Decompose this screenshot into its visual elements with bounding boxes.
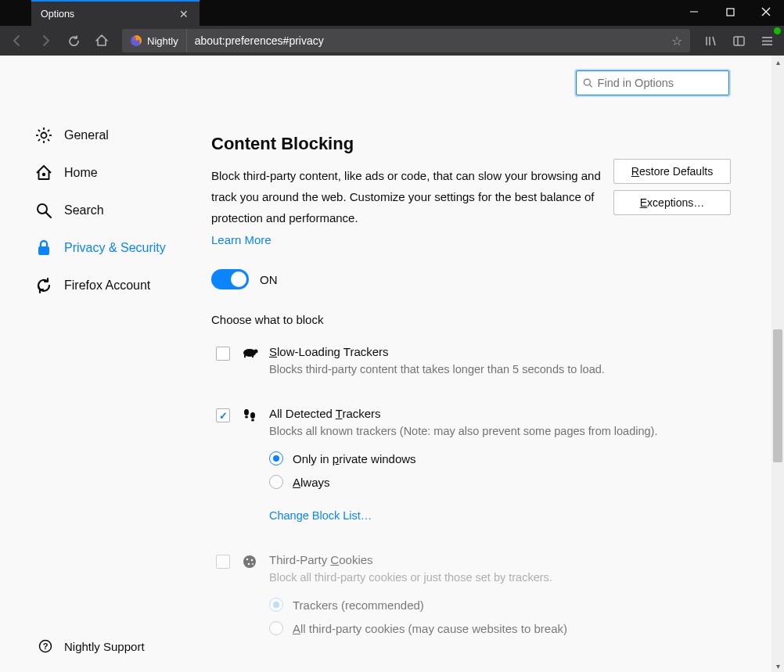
svg-point-31 (254, 350, 258, 354)
radio-private-windows[interactable]: Only in private windows (269, 451, 731, 465)
radio-always[interactable]: Always (269, 475, 731, 489)
radio-input[interactable] (269, 451, 283, 465)
section-description: Block third-party content, like ads or c… (211, 165, 602, 228)
url-text: about:preferences#privacy (187, 34, 664, 47)
sidebar-item-firefox-account[interactable]: Firefox Account (34, 267, 191, 304)
content-blocking-toggle[interactable] (211, 269, 249, 289)
scroll-up-icon[interactable]: ▴ (771, 56, 784, 68)
reload-button[interactable] (61, 29, 86, 52)
sidebar-item-home[interactable]: Home (34, 154, 191, 192)
svg-point-15 (41, 133, 47, 138)
sidebar-item-privacy[interactable]: Privacy & Security (34, 229, 191, 267)
window-maximize-button[interactable] (712, 0, 748, 23)
svg-line-22 (38, 139, 40, 141)
window-minimize-button[interactable] (676, 0, 712, 23)
svg-line-20 (38, 130, 40, 131)
svg-point-25 (38, 204, 47, 214)
home-button[interactable] (89, 29, 114, 52)
scroll-thumb[interactable] (773, 329, 782, 462)
svg-text:?: ? (43, 641, 49, 651)
all-detected-checkbox[interactable] (216, 408, 230, 422)
sidebar-item-label: Home (64, 166, 98, 180)
svg-point-36 (250, 412, 255, 419)
lock-icon (34, 239, 53, 257)
cookie-icon (241, 554, 258, 635)
forward-button[interactable] (33, 29, 58, 52)
app-menu-button[interactable] (754, 29, 779, 52)
svg-point-42 (252, 563, 254, 565)
toggle-knob (231, 271, 246, 287)
change-block-list-link[interactable]: Change Block List… (269, 509, 731, 522)
radio-label: Only in private windows (293, 452, 416, 465)
radio-input[interactable] (269, 475, 283, 489)
sidebar-item-search[interactable]: Search (34, 192, 191, 229)
svg-line-7 (713, 37, 715, 45)
turtle-icon (241, 346, 258, 376)
bookmark-star-icon[interactable]: ☆ (664, 34, 690, 49)
svg-point-41 (248, 563, 250, 566)
identity-box[interactable]: Nightly (122, 29, 187, 52)
option-title: Third-Party Cookies (269, 553, 731, 566)
sidebar-item-label: Privacy & Security (64, 241, 166, 255)
option-third-party-cookies: Third-Party Cookies Block all third-part… (211, 544, 731, 635)
window-titlebar: Options ✕ (0, 0, 784, 26)
search-icon (583, 77, 593, 88)
option-description: Blocks all known trackers (Note: may als… (269, 425, 731, 437)
sidebar-item-label: General (64, 128, 109, 142)
sidebar-item-label: Search (64, 203, 104, 217)
url-bar[interactable]: Nightly about:preferences#privacy ☆ (122, 29, 690, 52)
svg-rect-33 (252, 355, 254, 358)
svg-point-35 (245, 416, 248, 419)
question-icon: ? (38, 639, 53, 653)
slow-loading-checkbox[interactable] (216, 347, 230, 361)
option-title: Slow-Loading Trackers (269, 345, 731, 358)
svg-rect-8 (734, 37, 744, 45)
choose-label: Choose what to block (211, 313, 731, 326)
scrollbar[interactable]: ▴ ▾ (771, 56, 784, 672)
search-input-container[interactable] (576, 70, 729, 95)
sidebar-item-label: Firefox Account (64, 279, 150, 293)
brand-label: Nightly (147, 35, 178, 47)
exceptions-button[interactable]: Exceptions… (613, 190, 731, 215)
sidebar-button[interactable] (726, 29, 751, 52)
option-description: Block all third-party cookies or just th… (269, 571, 731, 584)
radio-label: All third-party cookies (may cause websi… (293, 622, 567, 635)
sidebar-item-general[interactable]: General (34, 117, 191, 154)
library-button[interactable] (698, 29, 723, 52)
firefox-logo-icon (130, 34, 142, 47)
svg-point-13 (584, 79, 590, 85)
back-button[interactable] (5, 29, 30, 52)
update-badge-icon (774, 27, 781, 34)
tab-close-icon[interactable]: ✕ (178, 8, 190, 20)
scroll-down-icon[interactable]: ▾ (771, 659, 784, 672)
content-blocking-section: Restore Defaults Exceptions… Content Blo… (211, 134, 731, 635)
radio-cookies-all: All third-party cookies (may cause websi… (269, 621, 731, 635)
restore-defaults-button[interactable]: Restore Defaults (613, 159, 731, 184)
svg-rect-27 (38, 246, 49, 255)
window-controls (676, 0, 784, 23)
svg-point-24 (42, 173, 45, 176)
learn-more-link[interactable]: Learn More (211, 233, 272, 246)
svg-point-37 (251, 419, 254, 422)
home-icon (34, 164, 53, 181)
search-input[interactable] (598, 77, 722, 89)
search-icon (34, 202, 53, 219)
gear-icon (34, 127, 53, 144)
browser-toolbar: Nightly about:preferences#privacy ☆ (0, 26, 784, 56)
browser-tab[interactable]: Options ✕ (31, 0, 200, 26)
svg-point-38 (243, 555, 256, 568)
cookies-checkbox[interactable] (216, 555, 230, 569)
option-slow-loading-trackers: Slow-Loading Trackers Blocks third-party… (211, 336, 731, 376)
window-close-button[interactable] (748, 0, 784, 23)
option-description: Blocks third-party content that takes lo… (269, 363, 731, 376)
support-link[interactable]: ? Nightly Support (38, 639, 145, 653)
svg-rect-32 (244, 355, 246, 358)
svg-point-34 (244, 409, 249, 415)
sync-icon (34, 277, 53, 294)
svg-point-39 (246, 559, 249, 561)
tab-title: Options (41, 9, 74, 20)
radio-cookies-trackers: Trackers (recommended) (269, 598, 731, 612)
option-title: All Detected Trackers (269, 407, 731, 420)
svg-rect-1 (727, 9, 734, 16)
svg-point-40 (251, 559, 254, 562)
